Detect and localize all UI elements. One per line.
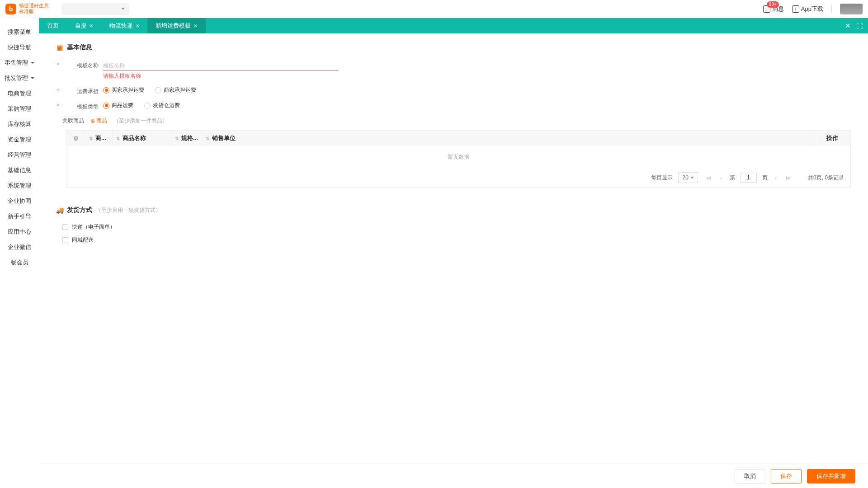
sidebar-item-ecommerce[interactable]: 电商管理 xyxy=(0,86,39,101)
col-spec[interactable]: 规格... xyxy=(171,131,202,146)
section-basic-title: ▣ 基本信息 xyxy=(56,43,851,52)
tab-label: 自提 xyxy=(75,22,87,30)
required-star-icon: * xyxy=(57,103,59,109)
app-download-button[interactable]: ↓ App下载 xyxy=(792,5,823,13)
page-summary: 共0页, 0条记录 xyxy=(808,174,844,182)
radio-icon xyxy=(155,87,161,94)
save-button[interactable]: 保存 xyxy=(771,469,802,483)
close-all-tabs-button[interactable]: ✕ xyxy=(843,21,853,31)
sidebar-item-system[interactable]: 系统管理 xyxy=(0,178,39,193)
section-shipping-title: 🚚 发货方式 （至少启用一项发货方式） xyxy=(56,206,851,214)
separator xyxy=(831,5,832,13)
template-name-error: 请输入模板名称 xyxy=(103,72,338,80)
sidebar-item-purchase[interactable]: 采购管理 xyxy=(0,101,39,117)
footer-bar: 取消 保存 保存并新增 xyxy=(39,464,868,488)
download-label: App下载 xyxy=(801,5,823,13)
col-product-name[interactable]: 商品名称 xyxy=(113,131,171,146)
top-actions: … 消息 99+ ↓ App下载 xyxy=(763,4,863,14)
sidebar-item-inventory[interactable]: 库存核算 xyxy=(0,117,39,132)
sidebar-item-operation[interactable]: 经营管理 xyxy=(0,147,39,163)
sidebar-item-search-menu[interactable]: 搜索菜单 xyxy=(0,24,39,40)
chevron-down-icon xyxy=(690,177,694,179)
chevron-down-icon xyxy=(121,8,125,10)
sidebar-item-quick-nav[interactable]: 快捷导航 xyxy=(0,40,39,55)
radio-icon xyxy=(144,103,151,109)
next-page-button[interactable]: › xyxy=(773,174,778,181)
last-page-button[interactable]: ⏭ xyxy=(784,174,793,181)
radio-product-freight[interactable]: 商品运费 xyxy=(103,102,133,109)
table-header: 商... 商品名称 规格... 销售单位 操作 xyxy=(66,131,850,146)
content: ▣ 基本信息 * 模板名称 请输入模板名称 * 运费承担 买家承担运费 xyxy=(39,33,868,488)
page-word: 页 xyxy=(762,174,768,182)
top-header: b 畅捷通好生意 标准版 … 消息 99+ ↓ App下载 xyxy=(0,0,868,18)
messages-badge: 99+ xyxy=(767,1,779,8)
template-name-input[interactable] xyxy=(103,61,338,70)
sidebar-item-newbie[interactable]: 新手引导 xyxy=(0,209,39,224)
sidebar-item-wholesale[interactable]: 批发管理 xyxy=(0,70,39,86)
sidebar: 搜索菜单 快捷导航 零售管理 批发管理 电商管理 采购管理 库存核算 资金管理 … xyxy=(0,18,39,488)
app-logo: b 畅捷通好生意 标准版 xyxy=(5,3,49,15)
close-icon[interactable]: × xyxy=(136,22,139,29)
col-sales-unit[interactable]: 销售单位 xyxy=(202,131,814,146)
checkbox-icon xyxy=(62,224,68,230)
per-page-label: 每页显示 xyxy=(651,174,673,182)
shipping-hint: （至少启用一项发货方式） xyxy=(96,206,161,214)
per-page-select[interactable]: 20 xyxy=(678,172,698,183)
template-name-label: * 模板名称 xyxy=(61,61,99,70)
plus-icon: ⊕ xyxy=(90,118,95,124)
sidebar-item-enterprise-collab[interactable]: 企业协同 xyxy=(0,193,39,209)
checkbox-icon xyxy=(62,237,68,243)
product-table: 商... 商品名称 规格... 销售单位 操作 暂无数据 每页显示 20 ⏮ ‹… xyxy=(66,130,851,188)
required-star-icon: * xyxy=(57,88,59,94)
radio-icon xyxy=(103,87,109,94)
assoc-hint: （至少添加一件商品） xyxy=(113,117,168,125)
avatar[interactable] xyxy=(840,4,863,14)
tab-pickup[interactable]: 自提 × xyxy=(67,18,101,33)
table-settings-button[interactable] xyxy=(66,131,85,146)
radio-icon xyxy=(103,103,109,109)
close-icon[interactable]: × xyxy=(193,22,197,29)
required-star-icon: * xyxy=(57,62,59,68)
truck-icon: 🚚 xyxy=(56,206,63,214)
download-icon: ↓ xyxy=(792,5,799,13)
save-and-new-button[interactable]: 保存并新增 xyxy=(807,469,855,483)
brand-sub: 标准版 xyxy=(19,8,49,15)
tenant-selector[interactable] xyxy=(61,3,129,15)
radio-warehouse-freight[interactable]: 发货仓运费 xyxy=(144,102,180,109)
sidebar-item-retail[interactable]: 零售管理 xyxy=(0,55,39,70)
sidebar-item-wecom[interactable]: 企业微信 xyxy=(0,239,39,255)
sidebar-item-app-center[interactable]: 应用中心 xyxy=(0,224,39,239)
sidebar-item-member[interactable]: 畅会员 xyxy=(0,255,39,270)
checkbox-local-delivery[interactable]: 同城配送 xyxy=(62,236,851,244)
col-operation: 操作 xyxy=(814,131,850,146)
page-input[interactable] xyxy=(741,173,757,183)
sidebar-item-basic-info[interactable]: 基础信息 xyxy=(0,163,39,178)
sidebar-item-finance[interactable]: 资金管理 xyxy=(0,132,39,147)
tab-label: 新增运费模板 xyxy=(156,22,191,30)
tab-new-freight-template[interactable]: 新增运费模板 × xyxy=(147,18,205,33)
tab-logistics[interactable]: 物流快递 × xyxy=(101,18,147,33)
cancel-button[interactable]: 取消 xyxy=(735,469,765,483)
messages-button[interactable]: … 消息 99+ xyxy=(763,5,784,13)
close-icon[interactable]: × xyxy=(90,22,93,29)
associated-products-label: 关联商品 xyxy=(62,117,84,125)
tab-bar: 首页 自提 × 物流快递 × 新增运费模板 × ✕ ⛶ xyxy=(0,18,868,33)
freight-bearer-label: * 运费承担 xyxy=(61,86,99,95)
caret-down-icon xyxy=(31,77,34,79)
table-empty: 暂无数据 xyxy=(66,146,850,168)
checkbox-express[interactable]: 快递（电子面单） xyxy=(62,223,851,231)
radio-buyer-pays[interactable]: 买家承担运费 xyxy=(103,86,144,94)
section-icon: ▣ xyxy=(56,44,63,51)
tab-bar-actions: ✕ ⛶ xyxy=(843,18,868,33)
col-product-code[interactable]: 商... xyxy=(85,131,113,146)
radio-seller-pays[interactable]: 商家承担运费 xyxy=(155,86,196,94)
add-product-button[interactable]: ⊕ 商品 xyxy=(90,117,107,125)
page-word: 第 xyxy=(730,174,735,182)
tab-label: 首页 xyxy=(47,22,59,30)
prev-page-button[interactable]: ‹ xyxy=(718,174,724,181)
first-page-button[interactable]: ⏮ xyxy=(703,174,713,181)
logo-icon: b xyxy=(5,4,16,14)
template-type-label: * 模板类型 xyxy=(61,102,99,111)
fullscreen-button[interactable]: ⛶ xyxy=(854,21,864,31)
tab-home[interactable]: 首页 xyxy=(39,18,67,33)
